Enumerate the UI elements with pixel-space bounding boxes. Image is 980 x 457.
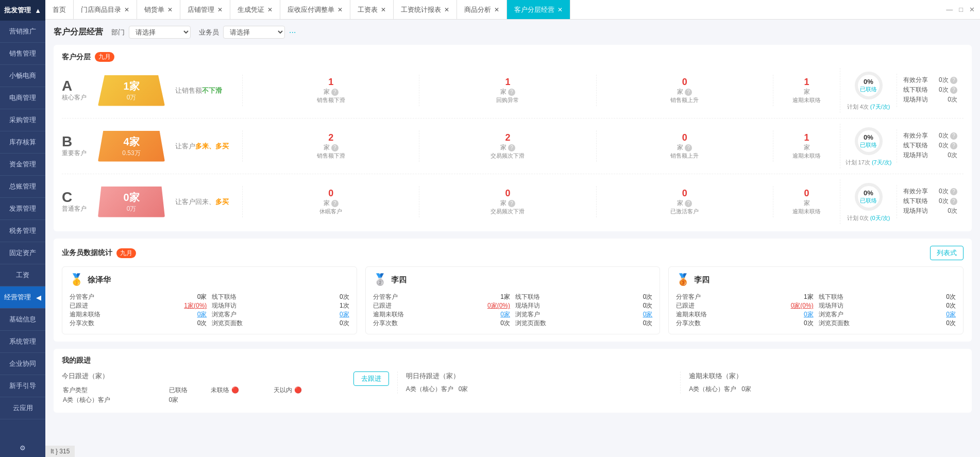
tab-close-shengcheng[interactable]: ✕ [267,6,273,13]
tier-c-count: 0家 [123,191,139,205]
tier-a-label: A 核心客户 [62,79,98,102]
info-icon[interactable]: ? [685,89,692,96]
sidebar-item-gongzi[interactable]: 工资 [0,264,45,286]
tab-gongzibiao[interactable]: 工资表 ✕ [350,0,394,20]
tab-yingshou[interactable]: 应收应付调整单 ✕ [280,0,350,20]
tier-b-stat-0[interactable]: 2 家? 销售额下滑 [242,130,419,162]
tab-diandpu[interactable]: 店铺管理 ✕ [180,0,230,20]
followup-section: 我的跟进 今日跟进（家） 客户类型 已联络 未联络 🔴 天以内 🔴 A类（核心）… [54,349,972,413]
gear-icon: ⚙ [20,444,26,452]
tier-b-stat-2[interactable]: 0 家? 销售额上升 [596,130,773,162]
info-icon[interactable]: ? [950,77,957,84]
tier-c-trapezoid[interactable]: 0家 0万 [98,187,165,217]
staff-section-title: 业务员数据统计 [62,248,112,258]
tab-shengcheng[interactable]: 生成凭证 ✕ [230,0,280,20]
tab-close-shangpinfenxi[interactable]: ✕ [494,6,499,13]
tier-a-right-stats: 有效分享0次 ? 线下联络0次 ? 现场拜访0次 [897,74,964,107]
tier-a-circle-progress: 0% 已联络 [853,70,884,101]
info-icon[interactable]: ? [331,144,339,151]
info-icon[interactable]: ? [950,87,957,94]
sidebar-item-yingxiao[interactable]: 营销推广 [0,21,45,43]
page-header: 客户分层经营 部门 请选择 业务员 请选择 ··· [54,26,972,39]
tier-c-overdue[interactable]: 0 家 逾期未联络 [773,186,840,217]
sidebar-item-jichu[interactable]: 基础信息 [0,309,45,331]
tier-a-stat-1[interactable]: 1 家? 回购异常 [419,75,596,106]
tier-a-stat-0[interactable]: 1 家? 销售额下滑 [242,75,419,106]
sidebar-item-xinshouguide[interactable]: 新手引导 [0,375,45,397]
sidebar-item-yunyingyun[interactable]: 云应用 [0,397,45,419]
sidebar-collapse-icon[interactable]: ▲ [35,7,41,14]
tab-home[interactable]: 首页 [45,0,74,20]
tier-c-right-stats: 有效分享0次 ? 线下联络0次 ? 现场拜访0次 [897,185,964,218]
tier-b-trapezoid[interactable]: 4家 0.53万 [98,131,165,162]
info-icon[interactable]: ? [950,188,957,195]
tab-close-diandpu[interactable]: ✕ [217,6,223,13]
info-icon[interactable]: ? [685,200,692,207]
tier-c-count-box: 0家 0万 [98,187,165,217]
sidebar-item-kucun[interactable]: 库存核算 [0,131,45,154]
tab-close-kehufenceng[interactable]: ✕ [557,6,563,13]
staff-list-btn[interactable]: 列表式 [930,246,964,260]
staff-select[interactable]: 请选择 [223,26,285,39]
sidebar-item-dianshang[interactable]: 电商管理 [0,87,45,109]
sidebar-item-caigou[interactable]: 采购管理 [0,109,45,131]
sidebar-item-gudingzichan[interactable]: 固定资产 [0,242,45,264]
tier-a-trapezoid[interactable]: 1家 0万 [98,75,165,106]
dept-filter-group: 部门 请选择 [111,26,191,39]
staff-stat-col1-2: 分管客户1家 已跟进0家(0%) 逾期未联络0家 分享次数0次 [676,293,813,328]
info-icon[interactable]: ? [331,200,339,207]
tier-a-stat-2[interactable]: 0 家? 销售额上升 [596,75,773,106]
sidebar-item-fapiao[interactable]: 发票管理 [0,198,45,220]
tier-b-circle: 0% 已联络 计划 17次 (7天/次) [840,124,897,168]
customer-section: 客户分层 九月 A 核心客户 1家 0万 让销售额不下滑 [54,45,972,231]
info-icon[interactable]: ? [950,132,957,140]
tier-a-slogan: 让销售额不下滑 [170,86,242,95]
sidebar-item-shuiwu[interactable]: 税务管理 [0,220,45,242]
info-icon[interactable]: ? [331,89,339,96]
sidebar-item-zijin[interactable]: 资金管理 [0,154,45,176]
tab-close-gongzibiao[interactable]: ✕ [381,6,386,13]
tab-kehufenceng[interactable]: 客户分层经营 ✕ [507,0,570,20]
followup-tomorrow-label: 明日待跟进（家） [406,371,672,381]
window-close-icon[interactable]: ✕ [969,6,975,13]
window-minimize-icon[interactable]: — [946,6,953,13]
sidebar-item-xiaoshou[interactable]: 销售管理 [0,43,45,65]
sidebar-item-xiaochang[interactable]: 小畅电商 [0,65,45,87]
followup-overdue-content: A类（核心）客户 0家 [689,385,955,394]
go-followup-button[interactable]: 去跟进 [353,371,389,386]
tier-c-stat-1[interactable]: 0 家? 交易频次下滑 [419,186,596,217]
tab-mendianmulu[interactable]: 门店商品目录 ✕ [74,0,137,20]
tab-close-gongzitongji[interactable]: ✕ [444,6,449,13]
dept-select[interactable]: 请选择 [129,26,191,39]
tier-c-label: C 普通客户 [62,190,98,213]
sidebar-item-xitong[interactable]: 系统管理 [0,331,45,353]
tab-gongzitongji[interactable]: 工资统计报表 ✕ [394,0,457,20]
tab-close-mendianmulu[interactable]: ✕ [124,6,129,13]
window-restore-icon[interactable]: □ [959,6,963,13]
sidebar-item-zhangji[interactable]: 总账管理 [0,176,45,198]
tab-bar-end: — □ ✕ [941,6,980,13]
tier-b-overdue[interactable]: 1 家 逾期未联络 [773,130,840,162]
tier-c-stat-0[interactable]: 0 家? 休眠客户 [242,186,419,217]
tab-shangpinfenxi[interactable]: 商品分析 ✕ [457,0,507,20]
followup-overdue-col: 逾期未联络（家） A类（核心）客户 0家 [680,371,964,394]
tier-b-stat-1[interactable]: 2 家? 交易频次下滑 [419,130,596,162]
info-icon[interactable]: ? [508,89,515,96]
sidebar-item-jingying[interactable]: 经营管理 ◀ [0,286,45,309]
tab-xiaohuo[interactable]: 销货单 ✕ [137,0,180,20]
staff-card-1-header: 🥈 李四 [373,273,653,286]
info-icon[interactable]: ? [508,200,515,207]
tier-c-stat-2[interactable]: 0 家? 已激活客户 [596,186,773,217]
tab-close-yingshou[interactable]: ✕ [337,6,343,13]
sidebar-item-qiyexieyun[interactable]: 企业协同 [0,353,45,375]
tier-a-overdue[interactable]: 1 家 逾期未联络 [773,75,840,106]
tier-row-c: C 普通客户 0家 0万 让客户回来、多买 0 家? 休眠客户 [62,179,964,224]
filter-more-icon[interactable]: ··· [289,28,296,37]
tab-close-xiaohuo[interactable]: ✕ [167,6,173,13]
info-icon[interactable]: ? [508,144,515,151]
info-icon[interactable]: ? [950,198,957,205]
info-icon[interactable]: ? [685,144,692,151]
sidebar-settings[interactable]: ⚙ [0,439,45,457]
tier-b-letter: B [62,134,98,149]
info-icon[interactable]: ? [950,142,957,149]
